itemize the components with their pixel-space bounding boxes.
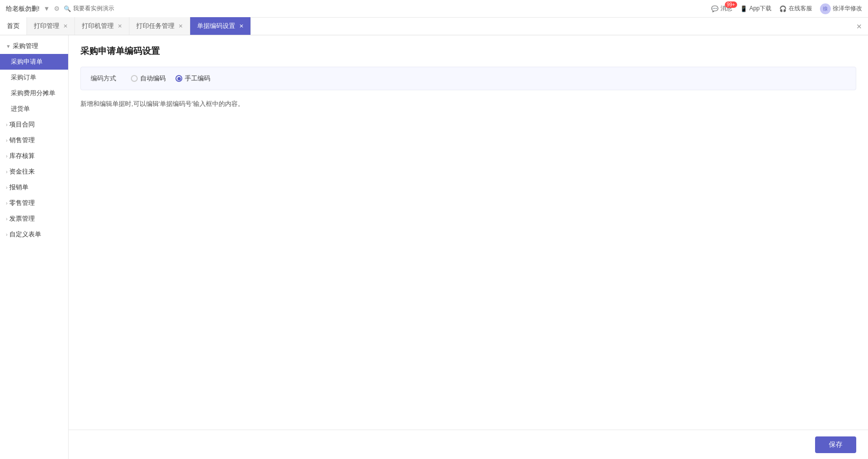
save-button[interactable]: 保存	[815, 436, 856, 453]
sidebar-group-returns-label: 报销单	[9, 183, 28, 192]
search-text: 我要看实例演示	[73, 4, 114, 13]
chevron-right-icon-project: ›	[6, 122, 7, 128]
sidebar-purchase-children: 采购申请单 采购订单 采购费用分摊单 进货单	[0, 54, 68, 117]
tab-home-label: 首页	[7, 22, 20, 30]
user-name: 徐泽华修改	[833, 4, 862, 13]
sidebar-group-custom-forms[interactable]: › 自定义表单	[0, 227, 68, 242]
sidebar-item-purchase-order[interactable]: 采购订单	[0, 70, 68, 85]
sidebar-group-inventory-label: 库存核算	[9, 152, 35, 160]
brand-text: 给老板勿删!	[6, 4, 40, 13]
auto-code-radio[interactable]: 自动编码	[131, 74, 166, 83]
app-icon: 📱	[740, 5, 747, 12]
sidebar-group-retail-label: 零售管理	[9, 199, 35, 207]
sidebar-item-purchase-request[interactable]: 采购申请单	[0, 54, 68, 70]
sidebar-group-invoice-label: 发票管理	[9, 214, 35, 223]
chevron-right-icon-inventory: ›	[6, 153, 7, 159]
sidebar-group-capital-label: 资金往来	[9, 167, 35, 176]
message-btn[interactable]: 💬 消息 99+	[711, 4, 732, 13]
sidebar-item-purchase-expense[interactable]: 采购费用分摊单	[0, 85, 68, 101]
tab-bar-close-btn[interactable]: ✕	[856, 23, 862, 30]
app-download-label: App下载	[749, 4, 771, 13]
sidebar-group-returns[interactable]: › 报销单	[0, 179, 68, 195]
page-content: 采购申请单编码设置 编码方式 自动编码 手工编码 新增和编辑单据时,可以编辑'单…	[69, 35, 868, 430]
chevron-right-icon-capital: ›	[6, 169, 7, 175]
tab-bar: 首页 打印管理 ✕ 打印机管理 ✕ 打印任务管理 ✕ 单据编码设置 ✕ ✕	[0, 18, 868, 35]
radio-group: 自动编码 手工编码	[131, 74, 210, 83]
tab-print-mgmt-close[interactable]: ✕	[63, 23, 68, 29]
coding-section: 编码方式 自动编码 手工编码	[80, 67, 856, 90]
chevron-right-icon-returns: ›	[6, 185, 7, 190]
tab-print-task-label: 打印任务管理	[136, 22, 174, 30]
tab-barcode-close[interactable]: ✕	[239, 23, 244, 29]
tab-barcode-label: 单据编码设置	[197, 22, 235, 30]
manual-code-label: 手工编码	[185, 74, 210, 83]
tab-home[interactable]: 首页	[0, 17, 27, 35]
sidebar: ▼ 采购管理 采购申请单 采购订单 采购费用分摊单 进货单 › 项目合同 › 销…	[0, 35, 69, 459]
sidebar-group-custom-label: 自定义表单	[9, 230, 41, 239]
main-layout: ▼ 采购管理 采购申请单 采购订单 采购费用分摊单 进货单 › 项目合同 › 销…	[0, 35, 868, 459]
user-avatar-area[interactable]: 徐 徐泽华修改	[820, 3, 862, 14]
top-bar: 给老板勿删! ▼ ⚙ 🔍 我要看实例演示 💬 消息 99+ 📱 App下载 🎧 …	[0, 0, 868, 18]
chevron-right-icon-retail: ›	[6, 201, 7, 206]
manual-code-radio[interactable]: 手工编码	[175, 74, 210, 83]
tab-print-task-close[interactable]: ✕	[178, 23, 183, 29]
sidebar-group-sales[interactable]: › 销售管理	[0, 132, 68, 148]
page-title: 采购申请单编码设置	[80, 45, 856, 57]
coding-label: 编码方式	[91, 74, 116, 83]
tab-printer-mgmt-close[interactable]: ✕	[118, 23, 122, 29]
top-bar-left: 给老板勿删! ▼ ⚙ 🔍 我要看实例演示	[6, 4, 114, 13]
settings-icon[interactable]: ⚙	[54, 5, 60, 12]
app-download-btn[interactable]: 📱 App下载	[740, 4, 771, 13]
search-icon: 🔍	[64, 5, 71, 12]
tab-print-mgmt-label: 打印管理	[34, 22, 59, 30]
search-bar[interactable]: 🔍 我要看实例演示	[64, 4, 114, 13]
main-content: 采购申请单编码设置 编码方式 自动编码 手工编码 新增和编辑单据时,可以编辑'单…	[69, 35, 868, 459]
chevron-right-icon-sales: ›	[6, 138, 7, 143]
message-icon: 💬	[711, 5, 719, 12]
sidebar-group-retail[interactable]: › 零售管理	[0, 195, 68, 211]
chevron-right-icon-invoice: ›	[6, 216, 7, 222]
sidebar-group-purchase-arrow: ▼	[6, 44, 11, 49]
sidebar-item-stock-in[interactable]: 进货单	[0, 101, 68, 117]
sidebar-group-project-label: 项目合同	[9, 120, 35, 129]
sidebar-group-capital[interactable]: › 资金往来	[0, 164, 68, 179]
tab-print-mgmt[interactable]: 打印管理 ✕	[27, 17, 75, 35]
manual-code-circle	[175, 75, 182, 82]
tab-printer-mgmt[interactable]: 打印机管理 ✕	[75, 17, 129, 35]
online-service-btn[interactable]: 🎧 在线客服	[779, 4, 812, 13]
sidebar-group-purchase-label: 采购管理	[13, 42, 38, 51]
sidebar-group-sales-label: 销售管理	[9, 136, 35, 145]
tab-barcode-setting[interactable]: 单据编码设置 ✕	[190, 17, 251, 35]
sidebar-group-purchase-header[interactable]: ▼ 采购管理	[0, 38, 68, 54]
service-icon: 🎧	[779, 5, 787, 12]
auto-code-label: 自动编码	[140, 74, 166, 83]
tab-print-task[interactable]: 打印任务管理 ✕	[129, 17, 190, 35]
hint-text: 新增和编辑单据时,可以编辑'单据编码号'输入框中的内容。	[80, 99, 856, 109]
chevron-right-icon-custom: ›	[6, 232, 7, 237]
top-bar-right: 💬 消息 99+ 📱 App下载 🎧 在线客服 徐 徐泽华修改	[711, 3, 862, 14]
footer-bar: 保存	[69, 430, 868, 459]
avatar: 徐	[820, 3, 831, 14]
message-badge: 99+	[725, 1, 737, 8]
tab-printer-mgmt-label: 打印机管理	[82, 22, 114, 30]
dropdown-icon[interactable]: ▼	[44, 5, 50, 12]
sidebar-group-inventory[interactable]: › 库存核算	[0, 148, 68, 164]
online-service-label: 在线客服	[789, 4, 812, 13]
sidebar-group-purchase: ▼ 采购管理 采购申请单 采购订单 采购费用分摊单 进货单	[0, 38, 68, 117]
sidebar-group-invoice[interactable]: › 发票管理	[0, 211, 68, 227]
auto-code-circle	[131, 75, 138, 82]
sidebar-group-project[interactable]: › 项目合同	[0, 117, 68, 132]
